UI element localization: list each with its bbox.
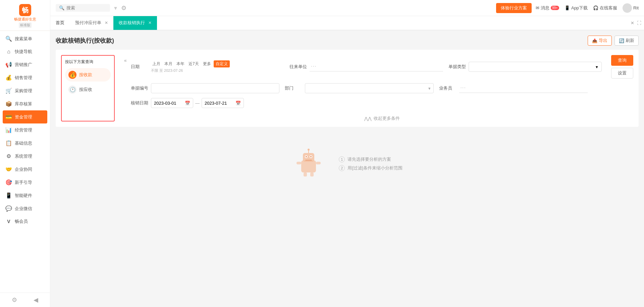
search-input[interactable] bbox=[66, 5, 107, 10]
filter-action-buttons: 查询 设置 bbox=[611, 55, 633, 79]
doc-number-label: 单据编号 bbox=[131, 85, 148, 91]
counterparty-input[interactable]: ··· bbox=[310, 62, 443, 71]
collapse-more-button[interactable]: ⋀⋀ 收起更多条件 bbox=[131, 113, 633, 121]
sidebar-item-purchase[interactable]: 🛒 采购管理 bbox=[0, 84, 50, 97]
settings-icon[interactable]: ⚙ bbox=[12, 296, 17, 304]
settings-button[interactable]: 设置 bbox=[611, 68, 633, 79]
verify-date-start-wrap[interactable]: 📅 bbox=[151, 98, 193, 108]
sidebar: 畅 畅捷通好生意 标准版 🔍 搜索菜单 ⌂ 快捷导航 📢 营销推广 💰 销售管理… bbox=[0, 0, 50, 307]
export-icon: 📤 bbox=[592, 38, 597, 43]
tab-prepay-close-icon[interactable]: ✕ bbox=[105, 20, 108, 25]
sidebar-item-label: 企业微信 bbox=[15, 206, 32, 212]
tab-prepay[interactable]: 预付冲应付单 ✕ bbox=[70, 16, 113, 30]
hardware-icon: 📱 bbox=[5, 192, 12, 199]
sidebar-item-quick-nav[interactable]: ⌂ 快捷导航 bbox=[0, 45, 50, 58]
sidebar-item-label: 新手引导 bbox=[15, 180, 32, 186]
filter-option-by-receivable[interactable]: 🕐 按应收 bbox=[65, 83, 111, 96]
sidebar-item-member[interactable]: V 畅会员 bbox=[0, 215, 50, 228]
sidebar-item-wechat[interactable]: 💬 企业微信 bbox=[0, 202, 50, 215]
sidebar-item-operations[interactable]: 📊 经营管理 bbox=[0, 123, 50, 137]
svg-rect-9 bbox=[304, 172, 307, 176]
collapse-sidebar-icon[interactable]: ◀ bbox=[34, 296, 38, 304]
date-last-7days[interactable]: 近7天 bbox=[187, 61, 200, 67]
svg-rect-11 bbox=[297, 162, 301, 164]
purchase-icon: 🛒 bbox=[5, 88, 12, 94]
verify-date-start-input[interactable] bbox=[154, 101, 183, 106]
sidebar-item-search-menu[interactable]: 🔍 搜索菜单 bbox=[0, 32, 50, 45]
sidebar-item-hardware[interactable]: 📱 智能硬件 bbox=[0, 189, 50, 202]
query-button[interactable]: 查询 bbox=[611, 55, 633, 66]
quick-nav-icon: ⌂ bbox=[5, 49, 12, 55]
sidebar-bottom: ⚙ ◀ bbox=[0, 293, 50, 307]
filter-option-by-collection[interactable]: 💰 按收款 bbox=[65, 68, 111, 82]
doc-number-input[interactable] bbox=[151, 83, 279, 93]
sidebar-item-label: 资金管理 bbox=[15, 114, 32, 120]
avatar bbox=[623, 3, 632, 13]
service-icon: 🎧 bbox=[593, 5, 598, 10]
app-download-button[interactable]: 📱 App下载 bbox=[565, 5, 588, 11]
refresh-button[interactable]: 🔄 刷新 bbox=[614, 36, 639, 46]
sidebar-item-sales[interactable]: 💰 销售管理 bbox=[0, 71, 50, 84]
by-collection-icon: 💰 bbox=[68, 71, 76, 79]
date-quick-buttons: 上月 本月 本年 近7天 更多 自定义 bbox=[151, 60, 230, 67]
sidebar-item-label: 智能硬件 bbox=[15, 193, 32, 199]
tab-bar: 首页 预付冲应付单 ✕ 收款核销执行 ✕ ✕ ⛶ bbox=[50, 16, 644, 30]
sidebar-item-inventory[interactable]: 📦 库存核算 bbox=[0, 97, 50, 110]
date-more[interactable]: 更多 bbox=[202, 61, 212, 67]
date-field: 日期 上月 本月 本年 近7天 更多 自定义 不限 至 2023-07-26 bbox=[131, 60, 284, 73]
sidebar-logo: 畅 畅捷通好生意 标准版 bbox=[0, 0, 50, 31]
member-icon: V bbox=[5, 219, 12, 224]
tab-collection-close-icon[interactable]: ✕ bbox=[148, 20, 152, 25]
online-service-button[interactable]: 🎧 在线客服 bbox=[593, 5, 617, 11]
by-receivable-label: 按应收 bbox=[79, 87, 92, 93]
verify-date-end-wrap[interactable]: 📅 bbox=[202, 98, 244, 108]
message-label: 消息 bbox=[541, 5, 549, 11]
calendar-start-icon[interactable]: 📅 bbox=[185, 101, 190, 106]
page-title-bar: 收款核销执行(按收款) 📤 导出 🔄 刷新 bbox=[56, 36, 639, 46]
sidebar-item-enterprise[interactable]: 🤝 企业协同 bbox=[0, 163, 50, 176]
tab-expand-icon[interactable]: ⛶ bbox=[637, 20, 641, 25]
industry-solution-button[interactable]: 体验行业方案 bbox=[496, 3, 532, 13]
user-name: Rit bbox=[633, 5, 639, 10]
sidebar-item-base-info[interactable]: 📋 基础信息 bbox=[0, 137, 50, 150]
svg-rect-6 bbox=[305, 160, 312, 161]
dropdown-icon[interactable]: ▾ bbox=[114, 4, 117, 12]
staff-field: 业务员 ··· bbox=[439, 84, 588, 93]
calendar-end-icon[interactable]: 📅 bbox=[235, 101, 241, 106]
app-logo-icon: 畅 bbox=[19, 4, 31, 16]
department-select[interactable]: ▾ bbox=[305, 83, 433, 93]
date-custom[interactable]: 自定义 bbox=[214, 60, 230, 67]
header-search-area[interactable]: 🔍 bbox=[56, 4, 110, 12]
doc-type-select[interactable]: ▾ bbox=[469, 62, 602, 72]
staff-input[interactable]: ··· bbox=[459, 84, 588, 93]
finance-icon: 💳 bbox=[5, 114, 12, 120]
app-icon: 📱 bbox=[565, 5, 570, 10]
sidebar-item-marketing[interactable]: 📢 营销推广 bbox=[0, 58, 50, 71]
sidebar-item-guide[interactable]: 🎯 新手引导 bbox=[0, 176, 50, 189]
hint-text-1: 请先选择要分析的方案 bbox=[347, 156, 391, 162]
tab-home[interactable]: 首页 bbox=[50, 16, 70, 30]
date-this-year[interactable]: 本年 bbox=[175, 61, 186, 67]
tab-collection[interactable]: 收款核销执行 ✕ bbox=[113, 16, 157, 30]
message-icon: ✉ bbox=[536, 5, 539, 10]
export-button[interactable]: 📤 导出 bbox=[588, 36, 612, 46]
filter-row-3: 核销日期 📅 — 📅 bbox=[131, 98, 633, 108]
svg-rect-12 bbox=[316, 162, 321, 164]
tab-collection-label: 收款核销执行 bbox=[119, 20, 145, 26]
date-this-month[interactable]: 本月 bbox=[163, 61, 174, 67]
date-last-month[interactable]: 上月 bbox=[151, 61, 162, 67]
filter-row-1: 日期 上月 本月 本年 近7天 更多 自定义 不限 至 2023-07-26 bbox=[131, 55, 633, 79]
staff-label: 业务员 bbox=[439, 85, 457, 91]
settings-gear-icon[interactable]: ⚙ bbox=[121, 4, 126, 12]
verify-date-end-input[interactable] bbox=[205, 101, 234, 106]
filter-collapse-button[interactable]: « bbox=[121, 55, 129, 121]
sidebar-item-finance[interactable]: 💳 资金管理 bbox=[3, 110, 47, 123]
user-profile[interactable]: Rit bbox=[623, 3, 639, 13]
svg-point-8 bbox=[308, 149, 310, 151]
operations-icon: 📊 bbox=[5, 127, 12, 133]
search-menu-icon: 🔍 bbox=[5, 36, 12, 42]
sidebar-item-system[interactable]: ⚙ 系统管理 bbox=[0, 150, 50, 163]
tab-close-all-icon[interactable]: ✕ bbox=[631, 20, 634, 25]
doc-type-label: 单据类型 bbox=[448, 64, 466, 70]
message-button[interactable]: ✉ 消息 99+ bbox=[536, 5, 559, 11]
